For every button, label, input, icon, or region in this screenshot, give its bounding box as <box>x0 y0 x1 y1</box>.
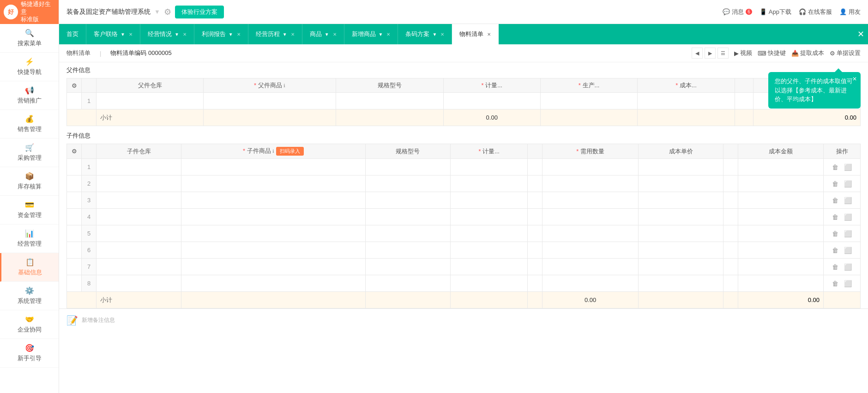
tab-barcode[interactable]: 条码方案 ▼ ✕ <box>398 24 452 44</box>
close-icon[interactable]: ✕ <box>291 32 295 37</box>
target-icon: 🎯 <box>25 344 34 352</box>
copy-row-button[interactable]: ⬜ <box>842 262 854 272</box>
tab-home[interactable]: 首页 <box>59 24 86 44</box>
shortcut-action[interactable]: ⌨ 快捷键 <box>758 49 786 57</box>
parent-info-table-wrapper: ⚙ 父件仓库 * 父件商品 ℹ 规格型号 * 计量... * 生产... * 成… <box>59 78 868 126</box>
child-col-unit-cost: 成本单价 <box>638 144 723 159</box>
app-download-item[interactable]: 📱 App下载 <box>760 8 791 16</box>
chart-icon: 📊 <box>25 229 34 238</box>
user-icon: 👤 <box>839 8 847 15</box>
gear-icon[interactable]: ⚙ <box>72 82 77 89</box>
child-col-spacer <box>723 144 738 159</box>
top-header: 装备及固定资产辅助管理系统 ▼ ⚙ 体验行业方案 💬 消息 6 📱 App下载 … <box>59 0 868 24</box>
scan-input-button[interactable]: 扫码录入 <box>276 147 304 156</box>
copy-row-button[interactable]: ⬜ <box>842 196 854 205</box>
settings-icon[interactable]: ⚙ <box>164 7 171 17</box>
tab-arrow-icon: ▼ <box>283 32 287 37</box>
user-item[interactable]: 👤 用友 <box>839 8 861 16</box>
keyboard-icon: ⌨ <box>758 50 766 57</box>
copy-row-button[interactable]: ⬜ <box>842 163 854 172</box>
extract-icon: 📥 <box>791 50 799 57</box>
child-col-op: 操作 <box>824 144 861 159</box>
sidebar-item-guide[interactable]: 🎯 新手引导 <box>0 339 59 368</box>
message-item[interactable]: 💬 消息 6 <box>723 8 752 16</box>
add-note-icon[interactable]: 📝 <box>66 315 78 326</box>
copy-row-button[interactable]: ⬜ <box>842 279 854 288</box>
delete-row-button[interactable]: 🗑 <box>830 163 840 172</box>
sidebar-item-finance[interactable]: 💳 资金管理 <box>0 196 59 224</box>
tab-arrow-icon: ▼ <box>121 32 125 37</box>
tab-goods[interactable]: 商品 ▼ ✕ <box>302 24 344 44</box>
prev-page-button[interactable]: ◀ <box>692 48 703 59</box>
delete-row-button[interactable]: 🗑 <box>830 212 840 222</box>
tab-customer[interactable]: 客户联络 ▼ ✕ <box>86 24 140 44</box>
delete-row-button[interactable]: 🗑 <box>830 279 840 288</box>
clipboard-icon: 📋 <box>25 258 35 266</box>
sidebar-item-basic-info[interactable]: 📋 基础信息 <box>0 253 59 282</box>
sidebar-item-sales[interactable]: 💰 销售管理 <box>0 110 59 139</box>
child-col-amount: 成本金额 <box>738 144 824 159</box>
breadcrumb-bom[interactable]: 物料清单 <box>66 49 90 57</box>
trial-button[interactable]: 体验行业方案 <box>175 6 224 18</box>
child-table-row: 6 🗑 ⬜ <box>67 242 861 259</box>
sidebar-item-cooperation[interactable]: 🤝 企业协同 <box>0 310 59 339</box>
close-icon[interactable]: ✕ <box>440 32 444 37</box>
cart-icon: 🛒 <box>25 143 34 152</box>
video-icon: ▶ <box>734 50 739 57</box>
close-all-tabs-icon[interactable]: ✕ <box>857 29 864 39</box>
delete-row-button[interactable]: 🗑 <box>830 246 840 255</box>
close-icon[interactable]: ✕ <box>386 32 390 37</box>
sidebar-item-inventory[interactable]: 📦 库存核算 <box>0 167 59 196</box>
sidebar-item-system[interactable]: ⚙️ 系统管理 <box>0 282 59 310</box>
gear-icon[interactable]: ⚙ <box>72 148 77 155</box>
tab-history[interactable]: 经营历程 ▼ ✕ <box>248 24 302 44</box>
delete-row-button[interactable]: 🗑 <box>830 229 840 238</box>
parent-table-row: 1 <box>67 93 861 109</box>
headset-icon: 🎧 <box>799 8 806 15</box>
delete-row-button[interactable]: 🗑 <box>830 262 840 272</box>
sidebar-item-marketing[interactable]: 📢 营销推广 <box>0 81 59 110</box>
box-icon: 📦 <box>25 172 34 181</box>
message-icon: 💬 <box>723 8 730 15</box>
tab-profit[interactable]: 利润报告 ▼ ✕ <box>194 24 248 44</box>
copy-row-button[interactable]: ⬜ <box>842 229 854 238</box>
sidebar-item-purchase[interactable]: 🛒 采购管理 <box>0 139 59 167</box>
tab-arrow-icon: ▼ <box>432 32 437 37</box>
close-icon[interactable]: ✕ <box>129 32 133 37</box>
list-view-button[interactable]: ☰ <box>717 48 729 59</box>
parent-subtotal-val1: 0.00 <box>443 109 540 126</box>
extract-cost-action[interactable]: 📥 提取成本 <box>791 49 824 57</box>
sidebar-item-search[interactable]: 🔍 搜索菜单 <box>0 24 59 53</box>
content-area: 物料清单 | 物料清单编码 0000005 ◀ ▶ ☰ ▶ 视频 <box>59 44 868 393</box>
tab-add-goods[interactable]: 新增商品 ▼ ✕ <box>344 24 398 44</box>
close-icon[interactable]: ✕ <box>487 32 491 37</box>
video-action[interactable]: ▶ 视频 <box>734 49 752 57</box>
child-table-row: 4 🗑 ⬜ <box>67 209 861 225</box>
copy-row-button[interactable]: ⬜ <box>842 179 854 188</box>
sidebar-item-quicknav[interactable]: ⚡ 快捷导航 <box>0 53 59 81</box>
child-info-section-header: 子件信息 <box>59 128 868 144</box>
tooltip-close-button[interactable]: ✕ <box>852 75 857 83</box>
tab-arrow-icon: ▼ <box>175 32 179 37</box>
close-icon[interactable]: ✕ <box>237 32 241 37</box>
copy-row-button[interactable]: ⬜ <box>842 212 854 222</box>
copy-row-button[interactable]: ⬜ <box>842 246 854 255</box>
tab-operation-status[interactable]: 经营情况 ▼ ✕ <box>140 24 194 44</box>
next-page-button[interactable]: ▶ <box>705 48 716 59</box>
tab-bom[interactable]: 物料清单 ✕ <box>452 24 499 44</box>
logo-icon: 好 <box>4 5 18 19</box>
breadcrumb-bom-code: 物料清单编码 0000005 <box>110 49 171 57</box>
sidebar-item-operation[interactable]: 📊 经营管理 <box>0 224 59 253</box>
delete-row-button[interactable]: 🗑 <box>830 179 840 188</box>
parent-col-unit: * 计量... <box>443 79 540 93</box>
doc-settings-action[interactable]: ⚙ 单据设置 <box>830 49 861 57</box>
child-col-spec: 规格型号 <box>365 144 450 159</box>
tab-arrow-icon: ▼ <box>379 32 383 37</box>
page-header: 物料清单 | 物料清单编码 0000005 ◀ ▶ ☰ ▶ 视频 <box>59 44 868 62</box>
delete-row-button[interactable]: 🗑 <box>830 196 840 205</box>
parent-col-num <box>82 79 96 93</box>
close-icon[interactable]: ✕ <box>333 32 337 37</box>
online-service-item[interactable]: 🎧 在线客服 <box>799 8 832 16</box>
dropdown-arrow-icon[interactable]: ▼ <box>154 8 160 15</box>
close-icon[interactable]: ✕ <box>183 32 187 37</box>
